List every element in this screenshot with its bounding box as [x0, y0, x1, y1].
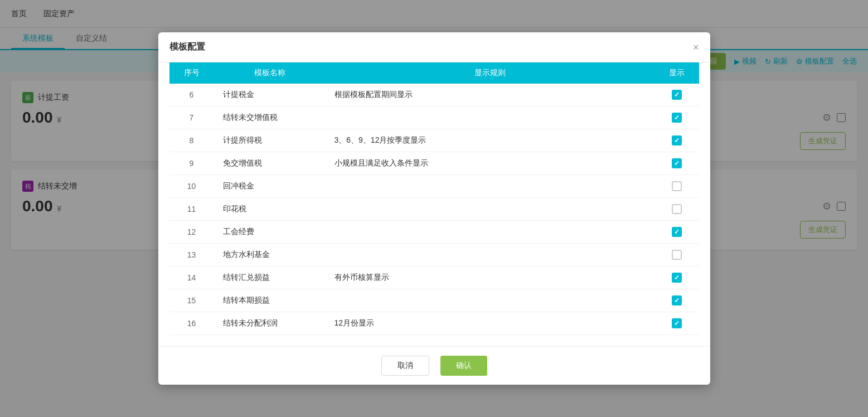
- table-row: 8计提所得税3、6、9、12月按季度显示: [169, 129, 699, 152]
- dialog-body: 序号 模板名称 显示规则 显示 6计提税金根据模板配置期间显示7结转未交增值税8…: [158, 62, 710, 346]
- row-name-7: 地方水利基金: [214, 244, 326, 266]
- row-check-cell-6: [654, 221, 699, 244]
- checkbox-10[interactable]: [672, 318, 682, 328]
- close-dialog-button[interactable]: ×: [693, 42, 699, 52]
- checkbox-0[interactable]: [672, 90, 682, 100]
- row-rule-2: 3、6、9、12月按季度显示: [326, 129, 654, 152]
- row-rule-7: [326, 244, 654, 266]
- row-check-cell-2: [654, 129, 699, 152]
- row-check-cell-0: [654, 84, 699, 106]
- row-rule-10: 12月份显示: [326, 312, 654, 335]
- row-name-1: 结转未交增值税: [214, 106, 326, 129]
- col-header-name: 模板名称: [214, 62, 326, 84]
- row-index-5: 11: [169, 198, 214, 221]
- dialog-footer: 取消 确认: [158, 346, 710, 385]
- checkbox-6[interactable]: [672, 227, 682, 237]
- col-header-rule: 显示规则: [326, 62, 654, 84]
- modal-overlay: 模板配置 × 序号 模板名称 显示规则 显示 6计提税金根据模板配置期间显示7结…: [0, 0, 868, 417]
- table-row: 12工会经费: [169, 221, 699, 244]
- row-name-4: 回冲税金: [214, 175, 326, 198]
- row-name-2: 计提所得税: [214, 129, 326, 152]
- row-index-6: 12: [169, 221, 214, 244]
- checkbox-3[interactable]: [672, 158, 682, 168]
- confirm-button[interactable]: 确认: [440, 356, 487, 376]
- row-check-cell-3: [654, 152, 699, 175]
- row-check-cell-1: [654, 106, 699, 129]
- checkbox-wrapper-1: [663, 113, 690, 123]
- row-rule-3: 小规模且满足收入条件显示: [326, 152, 654, 175]
- checkbox-9[interactable]: [672, 295, 682, 306]
- table-row: 13地方水利基金: [169, 244, 699, 266]
- table-row: 14结转汇兑损益有外币核算显示: [169, 266, 699, 289]
- row-check-cell-7: [654, 244, 699, 266]
- checkbox-8[interactable]: [672, 273, 682, 283]
- row-index-9: 15: [169, 289, 214, 312]
- row-check-cell-8: [654, 266, 699, 289]
- row-name-6: 工会经费: [214, 221, 326, 244]
- template-config-dialog: 模板配置 × 序号 模板名称 显示规则 显示 6计提税金根据模板配置期间显示7结…: [158, 32, 710, 385]
- checkbox-wrapper-9: [663, 295, 690, 306]
- checkbox-7[interactable]: [672, 250, 682, 260]
- table-row: 7结转未交增值税: [169, 106, 699, 129]
- checkbox-wrapper-3: [663, 158, 690, 168]
- row-rule-1: [326, 106, 654, 129]
- checkbox-wrapper-5: [663, 204, 690, 214]
- checkbox-wrapper-2: [663, 135, 690, 146]
- checkbox-wrapper-6: [663, 227, 690, 237]
- row-name-5: 印花税: [214, 198, 326, 221]
- checkbox-wrapper-0: [663, 90, 690, 100]
- row-rule-6: [326, 221, 654, 244]
- table-row: 10回冲税金: [169, 175, 699, 198]
- row-check-cell-5: [654, 198, 699, 221]
- row-check-cell-4: [654, 175, 699, 198]
- dialog-header: 模板配置 ×: [158, 32, 710, 62]
- row-name-8: 结转汇兑损益: [214, 266, 326, 289]
- config-table: 序号 模板名称 显示规则 显示 6计提税金根据模板配置期间显示7结转未交增值税8…: [169, 62, 699, 335]
- table-header-row: 序号 模板名称 显示规则 显示: [169, 62, 699, 84]
- row-index-8: 14: [169, 266, 214, 289]
- table-row: 11印花税: [169, 198, 699, 221]
- checkbox-wrapper-4: [663, 181, 690, 191]
- table-row: 6计提税金根据模板配置期间显示: [169, 84, 699, 106]
- row-index-0: 6: [169, 84, 214, 106]
- checkbox-5[interactable]: [672, 204, 682, 214]
- row-rule-9: [326, 289, 654, 312]
- col-header-display: 显示: [654, 62, 699, 84]
- row-rule-0: 根据模板配置期间显示: [326, 84, 654, 106]
- row-name-3: 免交增值税: [214, 152, 326, 175]
- table-row: 16结转未分配利润12月份显示: [169, 312, 699, 335]
- row-index-2: 8: [169, 129, 214, 152]
- row-check-cell-9: [654, 289, 699, 312]
- row-index-4: 10: [169, 175, 214, 198]
- row-index-10: 16: [169, 312, 214, 335]
- col-header-index: 序号: [169, 62, 214, 84]
- table-row: 15结转本期损益: [169, 289, 699, 312]
- checkbox-1[interactable]: [672, 113, 682, 123]
- checkbox-wrapper-8: [663, 273, 690, 283]
- row-rule-5: [326, 198, 654, 221]
- dialog-title: 模板配置: [169, 41, 205, 53]
- row-rule-8: 有外币核算显示: [326, 266, 654, 289]
- checkbox-wrapper-10: [663, 318, 690, 328]
- checkbox-2[interactable]: [672, 135, 682, 146]
- row-rule-4: [326, 175, 654, 198]
- row-check-cell-10: [654, 312, 699, 335]
- table-row: 9免交增值税小规模且满足收入条件显示: [169, 152, 699, 175]
- row-index-7: 13: [169, 244, 214, 266]
- cancel-button[interactable]: 取消: [381, 356, 429, 376]
- checkbox-wrapper-7: [663, 250, 690, 260]
- row-index-3: 9: [169, 152, 214, 175]
- checkbox-4[interactable]: [672, 181, 682, 191]
- row-name-0: 计提税金: [214, 84, 326, 106]
- row-name-9: 结转本期损益: [214, 289, 326, 312]
- row-name-10: 结转未分配利润: [214, 312, 326, 335]
- row-index-1: 7: [169, 106, 214, 129]
